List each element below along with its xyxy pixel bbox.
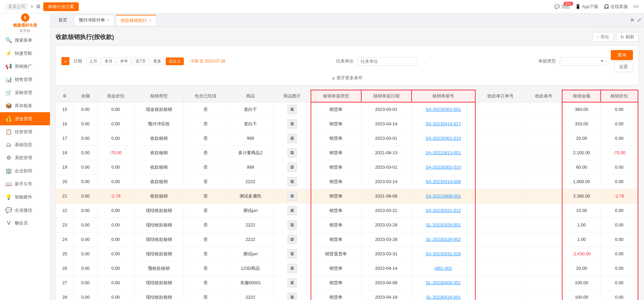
tab-verify[interactable]: 收款核销执行 × [116, 15, 156, 26]
td-verify-bill-no[interactable]: SL-20230328-002 [412, 232, 475, 247]
td-verify-bill-no[interactable]: SL-20230418-001 [412, 290, 475, 300]
td-goods: 2222 [227, 232, 274, 247]
td-verify-bill-no[interactable]: SA-20230321-012 [412, 203, 475, 218]
sidebar-item-3[interactable]: 📊销售管理 [0, 73, 50, 86]
td-included-settled: 否 [184, 117, 227, 131]
app-download-btn[interactable]: 📱 App下载 [575, 4, 598, 10]
td-verify-bill-no[interactable]: SL-20230408-001 [412, 275, 475, 290]
tab-close-btn[interactable]: ✕ [630, 17, 634, 23]
online-service-btn[interactable]: 🎧 在线客服 [604, 4, 628, 10]
td-verify-bill-no[interactable]: SA-20210813-001 [412, 145, 475, 160]
td-verify-bill-date: 2021-08-08 [361, 189, 412, 203]
date-btn-this-month[interactable]: 本月 [102, 57, 116, 65]
td-cash-discount: 0.00 [97, 275, 134, 290]
date-btn-more[interactable]: 更多 [150, 57, 164, 65]
td-included-settled: 否 [184, 203, 227, 218]
sidebar-item-0[interactable]: 🔍搜索菜单 [0, 34, 50, 47]
td-verify-type: 收款核销 [134, 131, 183, 145]
tab-prepay-label: 预付冲应付单 [79, 17, 105, 23]
tab-expand-btn[interactable]: ⤢ [637, 17, 641, 23]
table-row: 26 0.00 0.00 预收款核销 否 123D商品 🖼 销货单 2022-0… [56, 261, 638, 275]
from-unit-input[interactable] [358, 57, 418, 66]
query-btn[interactable]: 查询 [611, 50, 633, 60]
sidebar-item-6[interactable]: 💰资金管理 [0, 112, 50, 125]
sidebar-item-12[interactable]: 💡智能硬件 [0, 190, 50, 204]
table-row: 24 0.00 0.00 现结收款核销 否 2222 🖼 销货单 2023-03… [56, 232, 638, 247]
logo-svg: 6 [19, 13, 31, 22]
date-buttons: 上月 本月 本年 近7天 更多 自定义 [86, 57, 184, 65]
td-cash-discount: 0.00 [97, 218, 134, 232]
table-header-row: ⚙ 余额 现金折扣 核销类型 包含已结清 商品 商品图片 核销单据类型 核销单据… [56, 90, 638, 102]
td-goods-img: 🖼 [274, 117, 311, 131]
td-receipt-condition [525, 145, 562, 160]
sidebar-item-2[interactable]: 📢营销推广 [0, 60, 50, 73]
td-balance: 0.00 [73, 218, 97, 232]
td-verify-bill-no[interactable]: SA-20230301-010 [412, 131, 475, 145]
logo-sub-text: 标准版 [19, 28, 31, 33]
td-verify-bill-no[interactable]: SA-20230314-008 [412, 174, 475, 189]
tab-verify-close[interactable]: × [149, 18, 151, 23]
td-verify-type: 收款核销 [134, 189, 183, 203]
export-btn[interactable]: ↑ 导出 [593, 32, 614, 42]
td-verify-bill-no[interactable]: SA-20230301-001 [412, 102, 475, 117]
date-btn-7days[interactable]: 近7天 [132, 57, 149, 65]
export-label: 导出 [600, 34, 609, 40]
sidebar-item-8[interactable]: 🗂基础信息 [0, 138, 50, 151]
gear-icon[interactable]: ⚙ [36, 3, 41, 10]
td-verify-bill-type: 销货单 [311, 102, 361, 117]
td-verify-type: 现结收款核销 [134, 275, 183, 290]
sidebar-item-7[interactable]: 📋经营管理 [0, 125, 50, 138]
sidebar-item-4[interactable]: 🛒采购管理 [0, 86, 50, 99]
date-btn-custom[interactable]: 自定义 [166, 57, 184, 65]
industry-btn[interactable]: 体验行业方案 [43, 2, 79, 11]
td-included-settled: 否 [184, 189, 227, 203]
sidebar-item-11[interactable]: 📖新手引导 [0, 177, 50, 190]
sidebar-label-4: 采购管理 [15, 90, 32, 96]
td-verify-bill-no[interactable]: SA-20230331-026 [412, 247, 475, 261]
td-verify-bill-no[interactable]: SA-20230414-017 [412, 117, 475, 131]
tab-home[interactable]: 首页 [53, 15, 72, 25]
goods-img: 🖼 [287, 235, 297, 244]
sidebar-item-13[interactable]: 💬企业微信 [0, 204, 50, 217]
date-btn-this-year[interactable]: 本年 [117, 57, 131, 65]
td-goods-img: 🖼 [274, 290, 311, 300]
td-verify-type: 收款核销 [134, 174, 183, 189]
sidebar-label-8: 基础信息 [15, 142, 32, 148]
sidebar-item-5[interactable]: 📦库存核算 [0, 99, 50, 112]
td-verify-bill-type: 销货单 [311, 290, 361, 300]
sidebar-icon-9: ⚙ [5, 155, 12, 161]
refresh-btn[interactable]: ↻ 刷新 [616, 32, 639, 42]
sidebar-item-1[interactable]: ⚡快捷导航 [0, 47, 50, 60]
sidebar-item-14[interactable]: V畅会员 [0, 217, 50, 229]
td-goods: 衣服00001 [227, 275, 274, 290]
td-id: 16 [56, 117, 73, 131]
th-setting[interactable]: ⚙ [56, 90, 73, 102]
tab-prepay-close[interactable]: × [107, 18, 109, 23]
td-verify-discount: -70.00 [601, 145, 638, 160]
message-btn[interactable]: 💬 消息 99+ [554, 4, 570, 10]
td-verify-bill-no[interactable]: SA-20230301-010 [412, 160, 475, 174]
expand-more-btn[interactable]: ∨ 展开更多条件 [61, 75, 633, 81]
tab-prepay[interactable]: 预付冲应付单 × [74, 15, 114, 25]
td-verify-bill-no[interactable]: ABC-001 [412, 261, 475, 275]
td-verify-amount: 20.00 [562, 131, 601, 145]
td-id: 15 [56, 102, 73, 117]
sidebar-label-9: 系统管理 [15, 155, 32, 161]
td-verify-amount: 100.00 [562, 290, 601, 300]
td-verify-bill-date: 2023-03-31 [361, 247, 412, 261]
date-btn-last-month[interactable]: 上月 [86, 57, 100, 65]
table-row: 18 0.00 -70.00 收款核销 否 多计量商品2 🖼 销货单 2021-… [56, 145, 638, 160]
td-verify-bill-no[interactable]: SA-20210808-001 [412, 189, 475, 203]
td-receipt-condition [525, 232, 562, 247]
settings-btn[interactable]: 设置 [614, 61, 633, 72]
app-label: App下载 [582, 4, 598, 10]
td-id: 28 [56, 290, 73, 300]
company-selector[interactable]: 某某公司 [5, 3, 28, 10]
sidebar-item-9[interactable]: ⚙系统管理 [0, 151, 50, 164]
sidebar-item-10[interactable]: 🏢企业协同 [0, 164, 50, 177]
td-verify-bill-no[interactable]: SL-20230328-001 [412, 218, 475, 232]
sidebar-label-12: 智能硬件 [15, 194, 32, 200]
table-row: 17 0.00 0.00 收款核销 否 999 🖼 销货单 2023-03-01… [56, 131, 638, 145]
bill-type-select[interactable] [560, 57, 607, 66]
filter-expand-arrow[interactable]: » [61, 57, 69, 65]
